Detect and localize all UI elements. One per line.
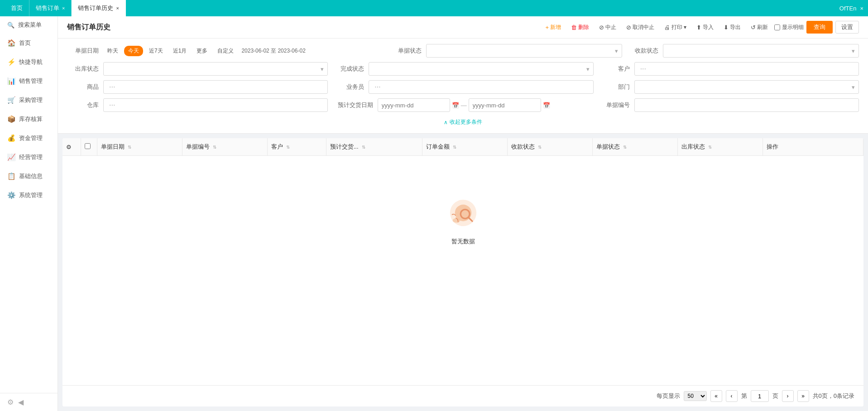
delete-icon: 🗑 xyxy=(571,24,577,31)
empty-state: 暂无数据 xyxy=(62,156,863,282)
page-title: 销售订单历史 xyxy=(67,23,110,32)
date-tags: 昨天 今天 近7天 近1月 更多 自定义 xyxy=(103,46,238,56)
sidebar-item-quick-nav[interactable]: ⚡ 快捷导航 xyxy=(0,53,58,72)
delete-button[interactable]: 🗑 删除 xyxy=(567,22,593,33)
sidebar-gear-icon[interactable]: ⚙ xyxy=(7,398,14,406)
th-delivery-sort[interactable]: ⇅ xyxy=(362,145,365,150)
prev-page-btn[interactable]: ‹ xyxy=(726,390,738,402)
date-tag-more[interactable]: 更多 xyxy=(192,46,211,56)
calendar-to-icon[interactable]: 📅 xyxy=(543,102,550,109)
often-label[interactable]: OfTEn xyxy=(839,5,857,12)
select-all-checkbox[interactable] xyxy=(85,143,91,149)
warehouse-dots[interactable]: ··· xyxy=(107,101,117,109)
last-page-btn[interactable]: » xyxy=(797,390,809,402)
th-date-sort[interactable]: ⇅ xyxy=(128,145,131,150)
page-number-input[interactable] xyxy=(751,390,769,402)
refresh-icon: ↺ xyxy=(751,24,756,31)
import-button[interactable]: ⬆ 导入 xyxy=(693,22,717,33)
sidebar-item-basic[interactable]: 📋 基础信息 xyxy=(0,167,58,186)
page-size-select[interactable]: 10 20 50 100 xyxy=(684,391,707,401)
export-label: 导出 xyxy=(730,24,741,31)
collapse-button[interactable]: ∧ 收起更多条件 xyxy=(67,116,859,128)
date-tag-7days[interactable]: 近7天 xyxy=(145,46,167,56)
bill-status-caret: ▾ xyxy=(615,48,618,54)
th-collection-sort[interactable]: ⇅ xyxy=(538,145,542,150)
purchase-icon: 🛒 xyxy=(7,96,15,104)
department-select[interactable]: ▾ xyxy=(634,80,859,94)
print-arrow-icon: ▾ xyxy=(684,24,686,30)
table-gear-icon[interactable]: ⚙ xyxy=(66,144,72,150)
th-customer-sort[interactable]: ⇅ xyxy=(286,145,290,150)
sidebar-item-system[interactable]: ⚙️ 系统管理 xyxy=(0,186,58,205)
date-tag-today[interactable]: 今天 xyxy=(124,46,143,56)
add-button[interactable]: + 新增 xyxy=(542,22,565,33)
sidebar-item-sales-label: 销售管理 xyxy=(19,77,43,85)
sidebar-item-sales[interactable]: 📊 销售管理 xyxy=(0,72,58,91)
outbound-status-select[interactable]: ▾ xyxy=(103,62,328,76)
th-outbound-sort[interactable]: ⇅ xyxy=(708,145,712,150)
date-tag-1month[interactable]: 近1月 xyxy=(169,46,191,56)
pagination: 每页显示 10 20 50 100 « ‹ 第 页 › » 共0页，0条记录 xyxy=(62,385,863,406)
print-button[interactable]: 🖨 打印 ▾ xyxy=(661,22,690,33)
th-bill-status-sort[interactable]: ⇅ xyxy=(623,145,627,150)
home-icon: 🏠 xyxy=(7,39,15,47)
date-range-separator: — xyxy=(461,102,467,109)
sidebar-item-home[interactable]: 🏠 首页 xyxy=(0,34,58,53)
sidebar-item-quick-nav-label: 快捷导航 xyxy=(19,58,43,66)
export-icon: ⬇ xyxy=(724,24,729,31)
calendar-from-icon[interactable]: 📅 xyxy=(452,102,459,109)
svg-point-4 xyxy=(452,218,460,223)
product-select[interactable]: ··· xyxy=(103,80,328,94)
completion-status-select[interactable]: ▾ xyxy=(369,62,593,76)
delivery-date-from[interactable] xyxy=(378,98,450,112)
bill-status-select[interactable]: ▾ xyxy=(426,44,622,58)
window-close-btn[interactable]: × xyxy=(860,5,863,12)
product-dots[interactable]: ··· xyxy=(107,83,117,91)
tab-home[interactable]: 首页 xyxy=(5,0,29,16)
query-button[interactable]: 查询 xyxy=(806,21,833,34)
th-number-sort[interactable]: ⇅ xyxy=(213,145,216,150)
sidebar-search[interactable]: 🔍 搜索菜单 xyxy=(0,16,58,34)
order-number-input[interactable] xyxy=(634,98,859,112)
stop-button[interactable]: ⊘ 中止 xyxy=(595,22,620,33)
tab-sales-order-close[interactable]: × xyxy=(62,5,65,11)
delivery-date-to[interactable] xyxy=(469,98,541,112)
customer-dots[interactable]: ··· xyxy=(638,65,648,73)
sidebar-search-label: 搜索菜单 xyxy=(18,21,42,29)
content-area: 销售订单历史 + 新增 🗑 删除 ⊘ 中止 ⊘ 取消中止 xyxy=(58,16,868,411)
salesperson-select[interactable]: ··· xyxy=(369,80,593,94)
add-icon: + xyxy=(545,24,549,31)
next-page-btn[interactable]: › xyxy=(782,390,794,402)
sidebar-item-operations[interactable]: 📈 经营管理 xyxy=(0,148,58,167)
sidebar-item-purchase[interactable]: 🛒 采购管理 xyxy=(0,91,58,110)
th-amount-sort[interactable]: ⇅ xyxy=(453,145,456,150)
sidebar-item-inventory-label: 库存核算 xyxy=(19,115,43,123)
salesperson-dots[interactable]: ··· xyxy=(373,83,382,91)
first-page-btn[interactable]: « xyxy=(710,390,722,402)
collection-status-select[interactable]: ▾ xyxy=(663,44,859,58)
sidebar-item-inventory[interactable]: 📦 库存核算 xyxy=(0,110,58,129)
salesperson-label: 业务员 xyxy=(332,83,364,91)
sidebar-item-home-label: 首页 xyxy=(19,39,31,47)
tab-sales-order[interactable]: 销售订单 × xyxy=(29,0,72,16)
date-tag-yesterday[interactable]: 昨天 xyxy=(103,46,122,56)
date-field: 昨天 今天 近7天 近1月 更多 自定义 2023-06-02 至 2023-0… xyxy=(103,46,385,56)
tab-sales-order-history[interactable]: 销售订单历史 × xyxy=(72,0,125,16)
finance-icon: 💰 xyxy=(7,134,15,142)
tab-list: 首页 销售订单 × 销售订单历史 × xyxy=(5,0,126,16)
warehouse-label: 仓库 xyxy=(67,101,99,109)
date-tag-custom[interactable]: 自定义 xyxy=(213,46,238,56)
sidebar-collapse-icon[interactable]: ◀ xyxy=(18,398,24,406)
setting-button[interactable]: 设置 xyxy=(835,21,859,34)
table-area: ⚙ 单据日期 ⇅ 单据编号 ⇅ xyxy=(62,138,863,406)
th-customer-label: 客户 xyxy=(271,143,283,150)
cancel-stop-button[interactable]: ⊘ 取消中止 xyxy=(623,22,658,33)
display-cols-input[interactable] xyxy=(774,24,780,30)
warehouse-select[interactable]: ··· xyxy=(103,98,328,112)
customer-select[interactable]: ··· xyxy=(634,62,859,76)
display-cols-checkbox[interactable]: 显示明细 xyxy=(774,24,804,31)
tab-sales-order-history-close[interactable]: × xyxy=(116,5,119,11)
export-button[interactable]: ⬇ 导出 xyxy=(720,22,744,33)
sidebar-item-finance[interactable]: 💰 资金管理 xyxy=(0,129,58,148)
refresh-button[interactable]: ↺ 刷新 xyxy=(747,22,772,33)
